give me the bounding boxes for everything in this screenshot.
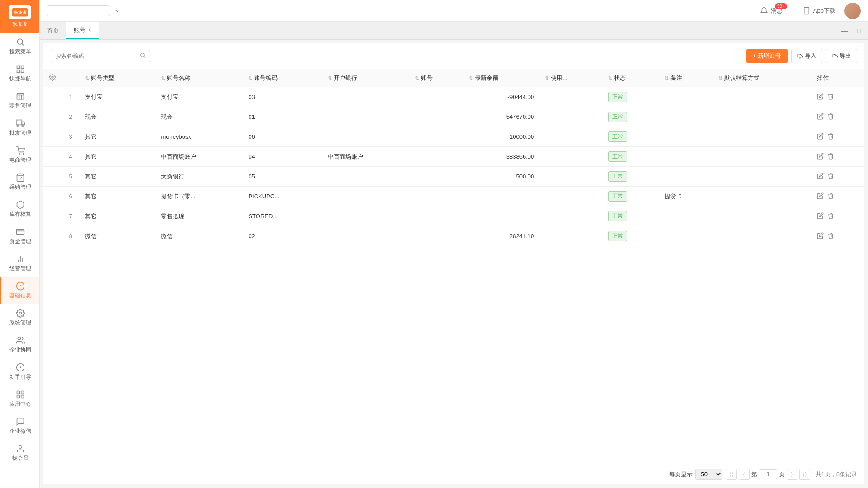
cell-remark	[659, 167, 713, 187]
tab-home[interactable]: 首页	[40, 22, 66, 39]
app-download-button[interactable]: App下载	[802, 7, 835, 15]
col-account[interactable]: 账号	[410, 69, 463, 87]
cell-settlement	[713, 87, 811, 107]
table-row: 6 其它 提货卡（零... PICKUPC... 正常 提货卡	[43, 187, 864, 206]
cell-bank	[322, 127, 410, 147]
header-dropdown[interactable]	[114, 8, 120, 14]
sidebar-item-ecommerce[interactable]: 电商管理	[0, 141, 39, 169]
export-button[interactable]: 导出	[826, 49, 857, 63]
delete-btn[interactable]	[827, 192, 834, 201]
search-button[interactable]	[136, 52, 150, 60]
import-button[interactable]: 导入	[791, 49, 822, 63]
cell-name: 提货卡（零...	[156, 187, 243, 206]
sidebar-item-wechat[interactable]: 企业微信	[0, 413, 39, 440]
svg-rect-8	[16, 120, 22, 125]
sidebar-item-wechat-label: 企业微信	[9, 427, 31, 435]
table-row: 7 其它 零售抵现 STORED... 正常	[43, 206, 864, 226]
logo-icon: 畅捷通	[9, 5, 31, 19]
cell-num: 7	[61, 206, 80, 226]
sidebar-item-inventory[interactable]: 库存核算	[0, 196, 39, 223]
col-code[interactable]: 账号编码	[243, 69, 322, 87]
message-button[interactable]: 消息 99+	[760, 7, 783, 15]
col-type[interactable]: 账号类型	[80, 69, 156, 87]
cell-settlement	[713, 147, 811, 167]
edit-btn[interactable]	[817, 192, 824, 201]
delete-btn[interactable]	[827, 153, 834, 161]
sidebar-item-member[interactable]: 畅会员	[0, 440, 39, 467]
sidebar-item-agreement[interactable]: 企业协同	[0, 331, 39, 358]
page-input[interactable]	[759, 469, 777, 479]
cell-usage	[539, 127, 603, 147]
sidebar-item-appcenter-label: 应用中心	[9, 400, 31, 408]
header-right: 消息 99+ App下载	[760, 3, 861, 19]
cell-remark	[659, 147, 713, 167]
svg-point-32	[141, 53, 145, 57]
sidebar-item-appcenter[interactable]: 应用中心	[0, 385, 39, 413]
delete-btn[interactable]	[827, 212, 834, 221]
page-end-label: 页	[779, 470, 785, 479]
cell-remark	[659, 107, 713, 127]
delete-btn[interactable]	[827, 113, 834, 121]
cell-settlement	[713, 127, 811, 147]
sidebar-item-guide[interactable]: 新手引导	[0, 358, 39, 385]
edit-btn[interactable]	[817, 113, 824, 121]
tab-bar: 首页 账号 × — □	[40, 22, 868, 40]
prev-page-btn[interactable]: ⟨	[739, 469, 750, 480]
col-settlement[interactable]: 默认结算方式	[713, 69, 811, 87]
search-input[interactable]	[51, 50, 136, 62]
cell-remark	[659, 87, 713, 107]
edit-btn[interactable]	[817, 173, 824, 181]
next-page-btn[interactable]: ⟩	[787, 469, 797, 480]
import-label: 导入	[805, 52, 816, 60]
sidebar-item-operation[interactable]: 经营管理	[0, 250, 39, 277]
cell-settlement	[713, 226, 811, 246]
tab-account[interactable]: 账号 ×	[66, 22, 99, 39]
edit-btn[interactable]	[817, 153, 824, 161]
sidebar-item-system-label: 系统管理	[9, 319, 31, 327]
user-avatar[interactable]	[844, 3, 861, 19]
col-settings[interactable]	[43, 69, 61, 87]
edit-btn[interactable]	[817, 232, 824, 240]
col-balance[interactable]: 最新余额	[463, 69, 539, 87]
tab-maximize-btn[interactable]: □	[854, 25, 864, 36]
cell-remark	[659, 226, 713, 246]
sidebar-item-search[interactable]: 搜索菜单	[0, 33, 39, 60]
edit-btn[interactable]	[817, 133, 824, 141]
edit-btn[interactable]	[817, 93, 824, 101]
edit-btn[interactable]	[817, 212, 824, 221]
top-header: 消息 99+ App下载	[40, 0, 868, 22]
cell-num: 3	[61, 127, 80, 147]
svg-point-29	[19, 446, 22, 449]
cell-balance: 28241.10	[463, 226, 539, 246]
sidebar-item-basic[interactable]: 基础信息	[0, 277, 39, 304]
tab-minimize-btn[interactable]: —	[839, 25, 850, 36]
tab-account-close[interactable]: ×	[88, 27, 91, 33]
cell-settlement	[713, 167, 811, 187]
delete-btn[interactable]	[827, 93, 834, 101]
sidebar-item-finance[interactable]: 资金管理	[0, 223, 39, 250]
sidebar-item-purchase[interactable]: 采购管理	[0, 169, 39, 196]
delete-btn[interactable]	[827, 133, 834, 141]
sidebar-item-system[interactable]: 系统管理	[0, 304, 39, 331]
col-remark[interactable]: 备注	[659, 69, 713, 87]
col-bank[interactable]: 开户银行	[322, 69, 410, 87]
col-status[interactable]: 状态	[603, 69, 659, 87]
sidebar-item-retail[interactable]: 零售管理	[0, 87, 39, 114]
cell-usage	[539, 87, 603, 107]
delete-btn[interactable]	[827, 232, 834, 240]
delete-btn[interactable]	[827, 173, 834, 181]
sidebar-item-wholesale[interactable]: 批发管理	[0, 114, 39, 141]
first-page-btn[interactable]: ⟨⟨	[726, 469, 737, 480]
col-name[interactable]: 账号名称	[156, 69, 243, 87]
cell-code: 01	[243, 107, 322, 127]
header-search-input[interactable]	[47, 5, 110, 16]
add-account-button[interactable]: + 新增账号	[746, 49, 788, 63]
cell-account	[410, 127, 463, 147]
page-size-select[interactable]: 50 20 100	[695, 469, 722, 480]
cell-action	[811, 206, 864, 226]
last-page-btn[interactable]: ⟩⟩	[799, 469, 810, 480]
cell-account	[410, 167, 463, 187]
cell-status: 正常	[603, 127, 659, 147]
col-usage[interactable]: 使用...	[539, 69, 603, 87]
sidebar-item-shortcut[interactable]: 快捷导航	[0, 60, 39, 87]
